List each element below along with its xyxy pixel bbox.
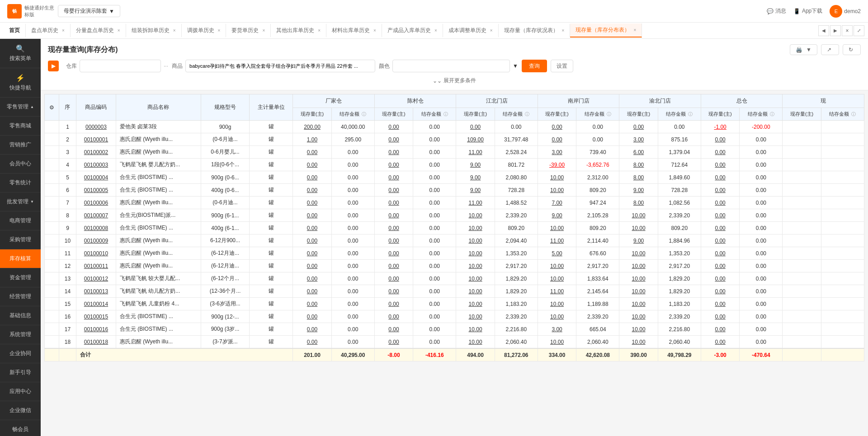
- close-icon[interactable]: ×: [490, 28, 493, 33]
- data-table: ⚙ 序 商品编码 商品名称 规格型号 主计量单位 厂家仓 陈村仓 江北门店 南岸…: [44, 94, 864, 361]
- info-icon[interactable]: ⓘ: [362, 112, 366, 117]
- setting-button[interactable]: 设置: [551, 60, 573, 72]
- main-layout: 🔍 搜索英单 ⚡ 快捷导航 零售管理 ▲ 零售商城 营销推广 会员中心 零售统计…: [0, 39, 868, 436]
- app-download-button[interactable]: 📱 App下载: [793, 7, 822, 15]
- row-c2-qty: 0.00: [374, 184, 413, 197]
- sidebar-item-base-info[interactable]: 基础信息: [0, 306, 41, 325]
- row-t-qty: 0.00: [701, 222, 739, 234]
- warehouse-input[interactable]: [80, 60, 161, 72]
- info-icon[interactable]: ⓘ: [688, 112, 693, 117]
- tab-cost-adjust-history[interactable]: 成本调整单历史 ×: [443, 24, 499, 37]
- collapse-arrow[interactable]: ▶: [48, 61, 59, 71]
- close-icon[interactable]: ×: [434, 28, 437, 33]
- expand-more-button[interactable]: ⌄⌄ 展开更多条件: [429, 75, 480, 86]
- row-index: 18: [59, 336, 76, 349]
- row-index: 11: [59, 247, 76, 260]
- row-index: 1: [59, 121, 76, 133]
- row-check: [45, 272, 59, 285]
- close-icon[interactable]: ×: [173, 28, 176, 33]
- row-name: 合生元 (BIOSTIME) ...: [116, 323, 201, 336]
- row-spec: (3-6岁适用...: [201, 298, 249, 310]
- tab-material-out-history[interactable]: 材料出库单历史 ×: [326, 24, 382, 37]
- message-button[interactable]: 💬 消息: [767, 7, 786, 15]
- sidebar-item-system[interactable]: 系统管理: [0, 325, 41, 344]
- sidebar-item-retail-mgmt[interactable]: 零售管理 ▲: [0, 98, 41, 117]
- close-icon[interactable]: ×: [118, 28, 120, 33]
- tab-inventory-history[interactable]: 盘点单历史 ×: [26, 24, 71, 37]
- table-container[interactable]: ⚙ 序 商品编码 商品名称 规格型号 主计量单位 厂家仓 陈村仓 江北门店 南岸…: [41, 90, 868, 436]
- row-c4-amt: 0.00: [576, 133, 619, 146]
- tab-product-in-history[interactable]: 产成品入库单历史 ×: [382, 24, 443, 37]
- row-check: [45, 133, 59, 146]
- sidebar-item-operations[interactable]: 经营管理: [0, 287, 41, 306]
- c5-qty-header: 现存量(主): [619, 108, 658, 121]
- sidebar-item-purchase[interactable]: 采购管理: [0, 230, 41, 249]
- sidebar-item-vip[interactable]: 畅会员: [0, 420, 41, 436]
- tab-stock-distribution[interactable]: 现存量（库存分布表） ×: [570, 23, 642, 38]
- sidebar-item-enterprise[interactable]: 企业协同: [0, 344, 41, 363]
- row-c5-amt: 1,849.60: [658, 171, 701, 184]
- export-button[interactable]: ↗: [821, 44, 839, 55]
- row-code: 00100012: [76, 272, 116, 285]
- print-button[interactable]: 🖨️ ▼: [790, 44, 817, 55]
- settings-header[interactable]: ⚙: [45, 94, 59, 121]
- row-c2-amt: 0.00: [413, 222, 456, 234]
- close-icon[interactable]: ×: [562, 28, 565, 33]
- info-icon[interactable]: ⓘ: [525, 112, 529, 117]
- sidebar-item-retail-mall[interactable]: 零售商城: [0, 117, 41, 136]
- goods-input[interactable]: [185, 60, 375, 72]
- close-icon[interactable]: ×: [262, 28, 265, 33]
- sidebar-item-app-center[interactable]: 应用中心: [0, 382, 41, 401]
- close-icon[interactable]: ×: [318, 28, 321, 33]
- sidebar-item-ecommerce[interactable]: 电商管理: [0, 211, 41, 230]
- row-cur-qty: [783, 336, 821, 349]
- info-icon[interactable]: ⓘ: [607, 112, 611, 117]
- row-c3-qty: 9.00: [456, 171, 495, 184]
- row-cur-qty: [783, 171, 821, 184]
- tab-transfer-history[interactable]: 调拨单历史 ×: [182, 24, 226, 37]
- row-c4-qty: 11.00: [538, 234, 576, 247]
- refresh-button[interactable]: ↻: [843, 44, 861, 55]
- info-icon[interactable]: ⓘ: [851, 112, 856, 117]
- warehouse-dots[interactable]: ···: [164, 63, 168, 69]
- sidebar-item-quick-nav[interactable]: ⚡ 快捷导航: [0, 68, 41, 98]
- info-icon[interactable]: ⓘ: [443, 112, 448, 117]
- user-area[interactable]: E demo2: [830, 5, 861, 18]
- close-icon[interactable]: ×: [373, 28, 376, 33]
- nav-prev-button[interactable]: ◀: [818, 25, 829, 36]
- sidebar-item-finance[interactable]: 资金管理: [0, 268, 41, 287]
- nav-expand-button[interactable]: ⤢: [854, 25, 864, 36]
- close-icon[interactable]: ×: [218, 28, 221, 33]
- tab-home[interactable]: 首页: [4, 24, 26, 37]
- nav-close-button[interactable]: ×: [842, 25, 853, 36]
- sidebar-item-guide[interactable]: 新手引导: [0, 363, 41, 382]
- gear-icon[interactable]: ⚙: [49, 104, 54, 111]
- row-c5-qty: 10.00: [619, 247, 658, 260]
- row-c5-amt: 1,884.96: [658, 234, 701, 247]
- sidebar-item-member[interactable]: 会员中心: [0, 155, 41, 173]
- row-c1-amt: 295.00: [331, 133, 374, 146]
- info-icon[interactable]: ⓘ: [770, 112, 774, 117]
- row-c5-qty: 8.00: [619, 171, 658, 184]
- sidebar-item-wholesale[interactable]: 批发管理 ▼: [0, 192, 41, 211]
- tab-portion-history[interactable]: 分量盘点单历史 ×: [71, 24, 126, 37]
- row-c2-amt: 0.00: [413, 285, 456, 298]
- query-button[interactable]: 查询: [522, 60, 547, 72]
- row-spec: 900g (0-6...: [201, 171, 249, 184]
- nav-next-button[interactable]: ▶: [830, 25, 841, 36]
- tab-order-history[interactable]: 要货单历史 ×: [226, 24, 271, 37]
- tab-assemble-history[interactable]: 组装拆卸单历史 ×: [126, 24, 182, 37]
- close-icon[interactable]: ×: [633, 28, 636, 33]
- tab-other-out-history[interactable]: 其他出库单历史 ×: [271, 24, 326, 37]
- sidebar-item-search[interactable]: 🔍 搜索英单: [0, 39, 41, 68]
- row-c1-qty: 0.00: [293, 209, 331, 222]
- close-icon[interactable]: ×: [62, 28, 65, 33]
- sidebar-item-marketing[interactable]: 营销推广: [0, 136, 41, 155]
- row-c5-amt: 1,829.20: [658, 285, 701, 298]
- sidebar-item-wechat-work[interactable]: 企业微信: [0, 401, 41, 420]
- sidebar-item-retail-stats[interactable]: 零售统计: [0, 173, 41, 192]
- sidebar-item-inventory[interactable]: 库存核算: [0, 249, 41, 268]
- tab-stock-status[interactable]: 现存量（库存状况表） ×: [499, 24, 571, 37]
- app-selector[interactable]: 母婴行业演示陈套 ▼: [58, 5, 120, 17]
- color-input[interactable]: [392, 60, 510, 72]
